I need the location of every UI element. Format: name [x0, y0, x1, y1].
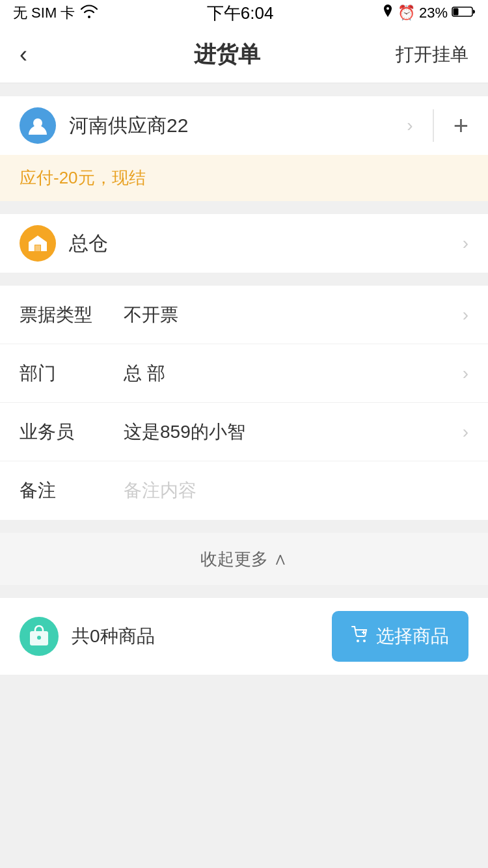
- product-count: 共0种商品: [72, 624, 332, 649]
- warehouse-row[interactable]: 总仓 ›: [0, 214, 488, 273]
- add-supplier-button[interactable]: +: [454, 111, 468, 141]
- select-product-label: 选择商品: [376, 624, 449, 649]
- salesperson-label: 业务员: [20, 420, 111, 444]
- supplier-avatar: [20, 107, 56, 144]
- department-chevron-icon: ›: [463, 363, 468, 384]
- alarm-icon: ⏰: [398, 5, 415, 21]
- warehouse-icon: [20, 225, 56, 262]
- select-product-button[interactable]: 选择商品: [332, 611, 468, 662]
- salesperson-row[interactable]: 业务员 这是859的小智 ›: [0, 403, 488, 461]
- wifi-icon: [80, 4, 98, 22]
- svg-point-7: [37, 636, 41, 640]
- nav-bar: ‹ 进货单 打开挂单: [0, 26, 488, 83]
- battery-icon: [452, 5, 475, 21]
- remark-row[interactable]: 备注 备注内容: [0, 461, 488, 520]
- svg-point-0: [386, 7, 389, 10]
- page-background: [0, 675, 488, 868]
- signal-text: 无 SIM 卡: [13, 3, 75, 23]
- supplier-row[interactable]: 河南供应商22 › +: [0, 96, 488, 155]
- collapse-label: 收起更多 ∧: [200, 548, 287, 571]
- cart-icon: [351, 626, 370, 647]
- status-time: 下午6:04: [207, 2, 274, 25]
- location-icon: [382, 4, 394, 22]
- section-gap-1: [0, 83, 488, 96]
- supplier-chevron-icon: ›: [407, 115, 413, 136]
- department-value: 总 部: [111, 361, 463, 386]
- svg-rect-5: [35, 245, 40, 251]
- product-bar: 共0种商品 选择商品: [0, 598, 488, 675]
- form-section: 票据类型 不开票 › 部门 总 部 › 业务员 这是859的小智 › 备注 备注…: [0, 286, 488, 520]
- collapse-button[interactable]: 收起更多 ∧: [0, 533, 488, 585]
- status-right: ⏰ 23%: [382, 4, 475, 22]
- open-pending-button[interactable]: 打开挂单: [396, 42, 468, 67]
- svg-rect-2: [454, 8, 459, 16]
- department-row[interactable]: 部门 总 部 ›: [0, 344, 488, 403]
- ticket-type-label: 票据类型: [20, 303, 111, 327]
- remark-placeholder: 备注内容: [111, 478, 468, 503]
- notice-banner: 应付-20元，现结: [0, 155, 488, 201]
- notice-text: 应付-20元，现结: [20, 168, 146, 187]
- ticket-type-row[interactable]: 票据类型 不开票 ›: [0, 286, 488, 344]
- product-icon: [20, 617, 59, 656]
- supplier-section: 河南供应商22 › + 应付-20元，现结: [0, 96, 488, 201]
- svg-point-8: [357, 640, 359, 642]
- remark-label: 备注: [20, 478, 111, 503]
- ticket-type-value: 不开票: [111, 303, 463, 327]
- ticket-type-chevron-icon: ›: [463, 305, 468, 325]
- back-button[interactable]: ‹: [20, 41, 59, 68]
- battery-text: 23%: [419, 5, 448, 21]
- salesperson-chevron-icon: ›: [463, 422, 468, 442]
- page-title: 进货单: [194, 40, 260, 70]
- status-left: 无 SIM 卡: [13, 3, 98, 23]
- warehouse-chevron-icon: ›: [463, 233, 468, 254]
- salesperson-value: 这是859的小智: [111, 420, 463, 444]
- department-label: 部门: [20, 361, 111, 386]
- supplier-name: 河南供应商22: [69, 113, 407, 139]
- status-bar: 无 SIM 卡 下午6:04 ⏰ 23%: [0, 0, 488, 26]
- supplier-divider: [433, 109, 434, 142]
- warehouse-name: 总仓: [69, 230, 463, 257]
- svg-point-9: [363, 640, 366, 642]
